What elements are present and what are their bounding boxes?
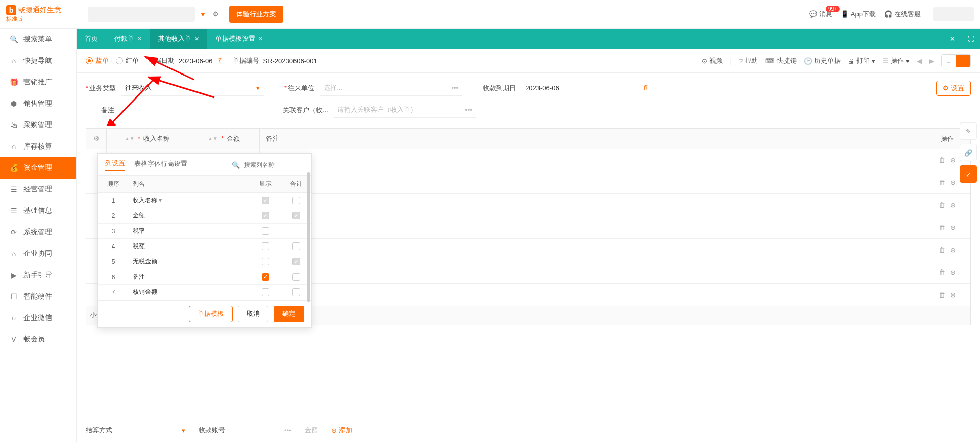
ellipsis-icon[interactable]: •••: [465, 106, 472, 114]
popover-search-input[interactable]: [243, 160, 304, 170]
doc-template-button[interactable]: 单据模板: [189, 306, 233, 322]
cell-remark[interactable]: [260, 239, 924, 261]
scrollbar[interactable]: [307, 172, 310, 302]
checkbox[interactable]: [262, 288, 270, 296]
ellipsis-icon[interactable]: •••: [284, 427, 291, 434]
rail-note-button[interactable]: ✎: [960, 122, 977, 140]
sidebar-item-1[interactable]: ⌂快捷导航: [0, 50, 76, 71]
sidebar-item-3[interactable]: ⬢销售管理: [0, 93, 76, 114]
radio-red[interactable]: 红单: [116, 56, 139, 65]
cancel-button[interactable]: 取消: [238, 306, 268, 322]
tab-3[interactable]: 单据模板设置✕: [207, 29, 271, 49]
delete-row-icon[interactable]: 🗑: [939, 268, 945, 276]
trial-industry-button[interactable]: 体验行业方案: [229, 6, 283, 23]
sidebar-item-11[interactable]: ▶新手引导: [0, 264, 76, 286]
sidebar-item-6[interactable]: 💰资金管理: [0, 157, 76, 179]
party-select[interactable]: 选择... •••: [320, 80, 462, 96]
business-type-select[interactable]: 往来收入 ▾: [121, 80, 264, 96]
sidebar-item-0[interactable]: 🔍搜索菜单: [0, 29, 76, 50]
popover-tab-font[interactable]: 表格字体行高设置: [134, 159, 187, 170]
remark-input[interactable]: [119, 103, 262, 117]
checkbox[interactable]: [262, 197, 270, 204]
popover-tab-columns[interactable]: 列设置: [105, 159, 125, 171]
sidebar-item-10[interactable]: ⌂企业协同: [0, 243, 76, 264]
checkbox[interactable]: [262, 212, 270, 219]
cell-remark[interactable]: [260, 284, 924, 306]
app-download-link[interactable]: 📱 App下载: [841, 10, 876, 19]
rail-expand-button[interactable]: ⤢: [960, 165, 977, 183]
sidebar-item-5[interactable]: ⌂库存核算: [0, 136, 76, 157]
cell-remark[interactable]: [260, 171, 924, 193]
col-amount[interactable]: ▲▼ *金额: [188, 129, 260, 149]
sidebar-item-12[interactable]: ☐智能硬件: [0, 286, 76, 307]
tab-1[interactable]: 付款单✕: [106, 29, 150, 49]
online-support-link[interactable]: 🎧 在线客服: [884, 10, 921, 19]
checkbox[interactable]: [292, 197, 300, 204]
tab-2[interactable]: 其他收入单✕: [150, 29, 207, 49]
operate-dropdown[interactable]: ☰操作▾: [883, 56, 910, 65]
view-list[interactable]: ≡: [942, 55, 956, 67]
cell-remark[interactable]: [260, 194, 924, 216]
close-icon[interactable]: ✕: [137, 36, 142, 42]
delete-row-icon[interactable]: 🗑: [939, 291, 945, 299]
close-icon[interactable]: ✕: [258, 36, 263, 42]
tab-close-all[interactable]: ✕: [943, 29, 962, 49]
radio-blue[interactable]: 蓝单: [86, 56, 109, 65]
add-row-icon[interactable]: ⊕: [950, 268, 956, 276]
col-income-name[interactable]: ▲▼ *收入名称: [107, 129, 188, 149]
messages-link[interactable]: 💬 消息 99+: [809, 10, 832, 19]
cell-remark[interactable]: [260, 149, 924, 171]
history-link[interactable]: 🕑历史单据: [804, 56, 841, 65]
add-row-icon[interactable]: ⊕: [950, 179, 956, 186]
calendar-icon[interactable]: 🗓: [217, 57, 224, 65]
checkbox[interactable]: [292, 288, 300, 296]
settings-button[interactable]: ⚙ 设置: [936, 81, 971, 96]
video-link[interactable]: ⊙视频: [702, 56, 723, 65]
rail-attach-button[interactable]: 🔗: [960, 144, 977, 161]
settlement-method-select[interactable]: 结算方式 ▾: [86, 426, 185, 435]
next-doc[interactable]: ▶: [929, 57, 934, 65]
sidebar-item-13[interactable]: ○企业微信: [0, 307, 76, 329]
due-date-input[interactable]: 2023-06-06 🗓: [521, 81, 654, 95]
view-form[interactable]: ≣: [956, 55, 970, 67]
header-settings-button[interactable]: ⚙: [209, 7, 223, 21]
help-link[interactable]: ?帮助: [739, 56, 758, 65]
tab-0[interactable]: 首页: [77, 29, 106, 49]
tab-fullscreen[interactable]: ⛶: [962, 29, 980, 49]
add-row-icon[interactable]: ⊕: [950, 291, 956, 299]
chevron-down-icon[interactable]: ▾: [159, 197, 162, 204]
checkbox[interactable]: [262, 258, 270, 265]
user-menu[interactable]: [933, 7, 974, 21]
add-row-icon[interactable]: ⊕: [950, 224, 956, 231]
add-row-icon[interactable]: ⊕: [950, 201, 956, 209]
confirm-button[interactable]: 确定: [274, 306, 304, 322]
delete-row-icon[interactable]: 🗑: [939, 201, 945, 209]
shortcut-link[interactable]: ⌨快捷键: [765, 56, 797, 65]
sidebar-item-14[interactable]: V畅会员: [0, 329, 76, 350]
add-row-icon[interactable]: ⊕: [950, 156, 956, 164]
checkbox[interactable]: [262, 273, 270, 281]
receipt-account-select[interactable]: 收款账号 •••: [199, 426, 291, 435]
close-icon[interactable]: ✕: [194, 36, 199, 42]
delete-row-icon[interactable]: 🗑: [939, 224, 945, 231]
checkbox[interactable]: [292, 212, 300, 219]
sidebar-item-7[interactable]: ☰经营管理: [0, 179, 76, 200]
calendar-icon[interactable]: 🗓: [643, 84, 650, 92]
cell-remark[interactable]: [260, 216, 924, 238]
associated-customer-input[interactable]: 请输入关联客户（收入单） •••: [333, 102, 476, 118]
sidebar-item-9[interactable]: ⟳系统管理: [0, 222, 76, 243]
delete-row-icon[interactable]: 🗑: [939, 179, 945, 186]
add-line-button[interactable]: ⊕ 添加: [331, 426, 352, 435]
checkbox[interactable]: [292, 242, 300, 250]
print-dropdown[interactable]: 🖨打印▾: [848, 56, 875, 65]
cell-remark[interactable]: [260, 261, 924, 283]
sidebar-item-4[interactable]: 🛍采购管理: [0, 114, 76, 136]
delete-row-icon[interactable]: 🗑: [939, 156, 945, 164]
doc-date-value[interactable]: 2023-06-06: [179, 57, 213, 65]
checkbox[interactable]: [292, 258, 300, 265]
checkbox[interactable]: [262, 227, 270, 235]
prev-doc[interactable]: ◀: [917, 57, 922, 65]
checkbox[interactable]: [262, 242, 270, 250]
ellipsis-icon[interactable]: •••: [451, 84, 458, 92]
column-settings-button[interactable]: ⚙: [86, 129, 107, 149]
